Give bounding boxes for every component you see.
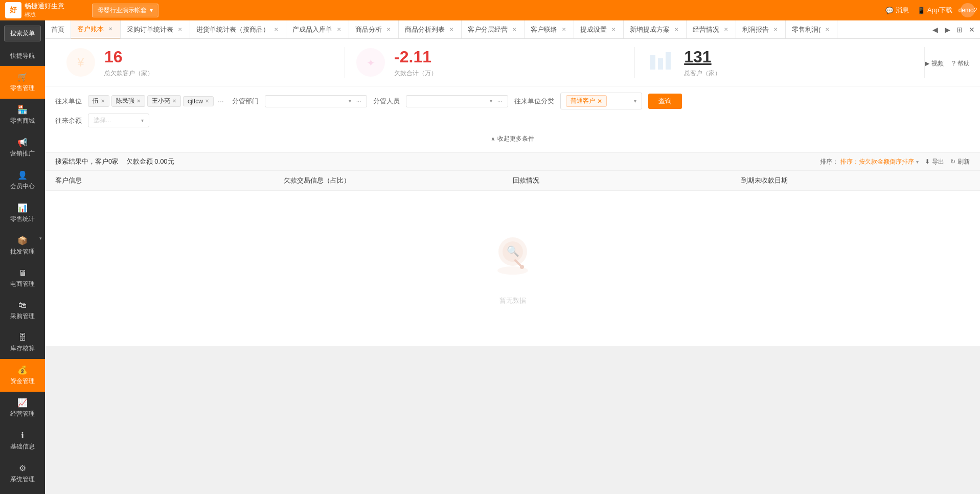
- quick-nav-button[interactable]: 快捷导航: [0, 47, 45, 66]
- stat-main-credit-customers: 16 总欠款客户（家）: [104, 47, 153, 77]
- unit-class-tag: 普通客户 ✕: [566, 95, 607, 107]
- sidebar-item-retail-management[interactable]: 🛒 零售管理: [0, 66, 45, 99]
- help-button[interactable]: ? 帮助: [952, 59, 970, 68]
- tab-home[interactable]: 首页: [45, 20, 71, 39]
- purchase-mgmt-icon: 🛍: [18, 301, 27, 310]
- tab-expand-button[interactable]: ⊞: [954, 25, 965, 35]
- tab-scroll-left-button[interactable]: ◀: [930, 25, 940, 35]
- tab-close-production-instock[interactable]: ✕: [335, 26, 343, 33]
- sidebar-item-basic-info[interactable]: ℹ 基础信息: [0, 424, 45, 457]
- app-download-label: App下载: [927, 6, 952, 15]
- sidebar-item-marketing-label: 营销推广: [10, 149, 35, 158]
- tab-close-customer-contact[interactable]: ✕: [560, 26, 567, 33]
- tab-close-product-analysis-list[interactable]: ✕: [448, 26, 455, 33]
- sort-selector[interactable]: 排序： 排序：按欠款金额倒序排序 ▾: [820, 158, 919, 166]
- tab-purchase-order-stats[interactable]: 采购订单统计表 ✕: [121, 20, 190, 39]
- sidebar-item-ecommerce-mgmt[interactable]: 🖥 电商管理: [0, 262, 45, 295]
- sidebar-item-operations-mgmt-label: 经营管理: [10, 410, 35, 418]
- sidebar-item-capital-mgmt-label: 资金管理: [10, 377, 35, 386]
- search-menu-button[interactable]: 搜索菜单: [4, 26, 41, 41]
- balance-chevron: ▾: [141, 118, 144, 123]
- person-filter-input[interactable]: ▾ ···: [406, 95, 508, 107]
- export-button[interactable]: ⬇ 导出: [925, 158, 944, 166]
- tab-customer-tier[interactable]: 客户分层经营 ✕: [462, 20, 525, 39]
- sidebar-item-operations-mgmt[interactable]: 📈 经营管理: [0, 392, 45, 424]
- tab-close-add-promotion-plan[interactable]: ✕: [673, 26, 680, 33]
- tab-purchase-stats-by-product[interactable]: 进货单统计表（按商品） ✕: [190, 20, 286, 39]
- logo-icon: 好: [5, 2, 21, 18]
- unit-tags-more[interactable]: ···: [216, 96, 226, 106]
- svg-rect-5: [658, 58, 663, 70]
- tab-close-purchase-order-stats[interactable]: ✕: [176, 26, 184, 33]
- sort-label-text: 排序：: [820, 158, 838, 166]
- tab-profit-report-label: 利润报告: [742, 25, 769, 34]
- unit-tag-chen[interactable]: 陈民强 ✕: [111, 95, 145, 107]
- tab-close-customer-balance[interactable]: ✕: [107, 26, 114, 33]
- tab-close-product-analysis[interactable]: ✕: [385, 26, 392, 33]
- tab-production-instock[interactable]: 产成品入库单 ✕: [286, 20, 349, 39]
- tab-product-analysis[interactable]: 商品分析 ✕: [349, 20, 399, 39]
- app-download-button[interactable]: 📱 App下载: [917, 6, 952, 15]
- retail-mall-icon: 🏪: [17, 105, 28, 115]
- tab-add-promotion-plan[interactable]: 新增提成方案 ✕: [624, 20, 687, 39]
- stat-main-total-customers: 131 总客户（家）: [684, 47, 721, 77]
- query-button[interactable]: 查询: [648, 94, 682, 109]
- sidebar-item-member-center-label: 会员中心: [10, 182, 35, 191]
- tab-customer-balance[interactable]: 客户账本 ✕: [71, 20, 121, 39]
- page-inner: ¥ 16 总欠款客户（家）: [45, 39, 980, 346]
- remove-unit-wang[interactable]: ✕: [172, 98, 176, 104]
- remove-unit-chen[interactable]: ✕: [136, 98, 141, 104]
- unit-tag-wang[interactable]: 王小亮 ✕: [147, 95, 181, 107]
- message-button[interactable]: 💬 消息: [885, 6, 909, 15]
- tab-operations-status[interactable]: 经营情况 ✕: [687, 20, 736, 39]
- tab-close-promotion-settings[interactable]: ✕: [610, 26, 617, 33]
- sidebar-item-retail-stats[interactable]: 📊 零售统计: [0, 197, 45, 230]
- workspace-selector[interactable]: 母婴行业演示帐套 ▾: [92, 4, 158, 17]
- sidebar-item-member-center[interactable]: 👤 会员中心: [0, 164, 45, 197]
- balance-filter-select[interactable]: 选择... ▾: [88, 114, 149, 127]
- remove-unit-wu[interactable]: ✕: [101, 98, 105, 104]
- tab-retail-profit[interactable]: 零售利润( ✕: [786, 20, 837, 39]
- sidebar-item-marketing[interactable]: 📢 营销推广: [0, 131, 45, 164]
- refresh-button[interactable]: ↻ 刷新: [950, 158, 970, 166]
- tab-close-profit-report[interactable]: ✕: [772, 26, 779, 33]
- basic-info-icon: ℹ: [21, 431, 24, 440]
- unit-tag-wu[interactable]: 伍 ✕: [88, 95, 109, 107]
- tab-close-all-button[interactable]: ✕: [967, 25, 977, 35]
- sidebar-item-inventory-check[interactable]: 🗄 库存核算: [0, 327, 45, 359]
- sidebar: 搜索菜单 快捷导航 🛒 零售管理 🏪 零售商城 📢 营销推广 👤 会员中心 📊: [0, 20, 45, 494]
- unit-class-filter-input[interactable]: 普通客户 ✕ ▾: [560, 93, 642, 109]
- unit-filter-label: 往来单位: [55, 97, 82, 106]
- tab-close-purchase-stats-by-product[interactable]: ✕: [272, 26, 280, 33]
- remove-unit-cjttcw[interactable]: ✕: [205, 98, 209, 104]
- sidebar-item-capital-mgmt[interactable]: 💰 资金管理: [0, 359, 45, 392]
- sidebar-item-inventory-check-label: 库存核算: [10, 344, 35, 353]
- tab-close-operations-status[interactable]: ✕: [722, 26, 730, 33]
- tab-profit-report[interactable]: 利润报告 ✕: [736, 20, 786, 39]
- tab-close-customer-tier[interactable]: ✕: [511, 26, 518, 33]
- tab-customer-contact[interactable]: 客户联络 ✕: [525, 20, 574, 39]
- sidebar-item-system-mgmt[interactable]: ⚙ 系统管理: [0, 457, 45, 490]
- sidebar-item-retail-mall[interactable]: 🏪 零售商城: [0, 99, 45, 131]
- video-icon: ▶: [925, 60, 929, 67]
- credit-amount-icon: ✦: [355, 47, 386, 78]
- tab-product-analysis-list[interactable]: 商品分析列表 ✕: [399, 20, 462, 39]
- unit-tag-cjttcw[interactable]: cjttcw ✕: [183, 96, 214, 106]
- main-content: ¥ 16 总欠款客户（家）: [45, 39, 980, 494]
- sidebar-item-enterprise-coop[interactable]: 🤝 企业协同: [0, 490, 45, 494]
- video-label: 视频: [931, 59, 944, 68]
- remove-unit-class[interactable]: ✕: [597, 98, 602, 105]
- tab-scroll-right-button[interactable]: ▶: [942, 25, 952, 35]
- col-credit-info: 欠款交易信息（占比）: [284, 176, 512, 185]
- collapse-button[interactable]: ∧ 收起更多条件: [55, 131, 970, 146]
- sidebar-item-ecommerce-mgmt-label: 电商管理: [10, 280, 35, 288]
- top-bar-right: 💬 消息 📱 App下载 demo2: [885, 3, 975, 17]
- avatar-label: demo2: [959, 7, 977, 14]
- tab-close-retail-profit[interactable]: ✕: [824, 26, 831, 33]
- dept-filter-input[interactable]: ▾ ···: [265, 95, 367, 107]
- tab-promotion-settings[interactable]: 提成设置 ✕: [574, 20, 624, 39]
- user-avatar[interactable]: demo2: [961, 3, 975, 17]
- sidebar-item-wholesale-mgmt[interactable]: 📦 批发管理 ▾: [0, 230, 45, 262]
- video-help-button[interactable]: ▶ 视频: [925, 59, 944, 68]
- sidebar-item-purchase-mgmt[interactable]: 🛍 采购管理: [0, 295, 45, 327]
